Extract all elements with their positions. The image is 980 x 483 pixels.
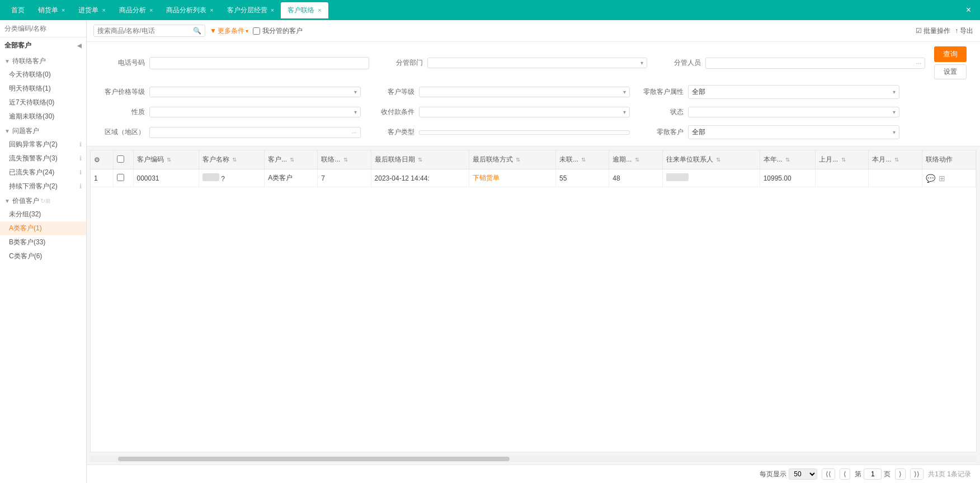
table-row: 1 000031 ? A类客户 7 2023-04-12 14:44: [91, 169, 976, 187]
sidebar-item-7days[interactable]: 近7天待联络(0) [0, 96, 86, 110]
cust-type-select[interactable] [419, 130, 630, 135]
th-last-month[interactable]: 上月... ⇅ [816, 150, 869, 169]
qrcode-icon[interactable]: ⊞ [939, 174, 945, 183]
sidebar-group-value[interactable]: ▼ 价值客户 ↻ ⊞ [0, 193, 86, 207]
export-button[interactable]: ↑ 导出 [955, 26, 973, 36]
my-customer-filter: 我分管的客户 [253, 26, 303, 36]
page-label: 第 [855, 470, 861, 479]
last-method-link[interactable]: 下销货单 [473, 174, 500, 182]
info-icon-2: ℹ [79, 155, 82, 162]
batch-op-icon: ☑ [916, 27, 922, 35]
th-last-date[interactable]: 最后联络日期 ⇅ [371, 150, 469, 169]
message-icon[interactable]: 💬 [926, 174, 935, 183]
phone-input[interactable] [149, 57, 369, 69]
setting-button[interactable]: 设置 [934, 64, 967, 79]
sort-icon-this-month: ⇅ [894, 157, 899, 163]
th-overdue[interactable]: 逾期... ⇅ [609, 150, 662, 169]
close-all-button[interactable]: × [962, 3, 976, 17]
sidebar-item-declining[interactable]: 持续下滑客户(2) ℹ [0, 179, 86, 193]
sidebar-item-churned[interactable]: 已流失客户(24) ℹ [0, 165, 86, 179]
th-checkbox[interactable] [113, 150, 133, 169]
sidebar-all-customers-header[interactable]: 全部客户 ◀ [0, 37, 86, 54]
sidebar-item-tomorrow[interactable]: 明天待联络(1) [0, 82, 86, 96]
row-checkbox[interactable] [117, 174, 124, 181]
nav-tab-customer-tier[interactable]: 客户分层经营 × [220, 2, 281, 18]
my-customer-checkbox[interactable] [253, 27, 260, 35]
nav-tab-sales-close[interactable]: × [62, 7, 65, 13]
nav-tab-product-analysis[interactable]: 商品分析 × [112, 2, 159, 18]
status-select[interactable]: ▾ [688, 107, 899, 117]
nav-tab-customer-contact-close[interactable]: × [318, 7, 321, 13]
retail-attr-select[interactable]: 全部 ▾ [688, 85, 899, 99]
th-cust-type[interactable]: 客户... ⇅ [265, 150, 318, 169]
value-group-refresh[interactable]: ↻ [40, 197, 45, 205]
sidebar-item-class-c[interactable]: C类客户(6) [0, 249, 86, 263]
sidebar-search-input[interactable] [4, 25, 87, 32]
th-this-month[interactable]: 本月... ⇅ [869, 150, 922, 169]
nav-tab-product-analysis-close[interactable]: × [149, 7, 153, 13]
sidebar-item-today[interactable]: 今天待联络(0) [0, 68, 86, 82]
batch-op-label: 批量操作 [924, 26, 950, 36]
per-page-select[interactable]: 50 100 200 [789, 468, 817, 480]
page-suffix: 页 [884, 470, 891, 479]
nav-tab-product-list[interactable]: 商品分析列表 × [159, 2, 220, 18]
sidebar-item-class-b[interactable]: B类客户(33) [0, 235, 86, 249]
nav-tab-product-list-close[interactable]: × [210, 7, 213, 13]
cell-last-method[interactable]: 下销货单 [469, 169, 555, 187]
sidebar-item-repurchase[interactable]: 回购异常客户(2) ℹ [0, 138, 86, 151]
th-name[interactable]: 客户名称 ⇅ [199, 150, 264, 169]
sidebar-item-overdue[interactable]: 逾期未联络(30) [0, 110, 86, 124]
nav-tab-purchase-close[interactable]: × [102, 7, 105, 13]
filter-search-icon[interactable]: 🔍 [193, 27, 201, 35]
query-button[interactable]: 查询 [934, 46, 967, 62]
filter-search-input[interactable] [97, 27, 191, 35]
th-not-contacted[interactable]: 未联... ⇅ [556, 150, 609, 169]
cell-checkbox[interactable] [113, 169, 133, 187]
cell-unit-contact [662, 169, 760, 187]
sidebar-item-ungrouped[interactable]: 未分组(32) [0, 207, 86, 221]
info-icon-1: ℹ [79, 141, 82, 148]
sidebar-item-class-a[interactable]: A类客户(1) [0, 221, 86, 235]
first-page-button[interactable]: ⟨⟨ [822, 468, 835, 480]
next-page-button[interactable]: ⟩ [895, 468, 906, 480]
dept-select[interactable]: ▾ [427, 58, 647, 68]
nature-select[interactable]: ▾ [149, 107, 361, 117]
dept-label: 分管部门 [378, 58, 423, 68]
nav-tab-sales[interactable]: 销货单 × [31, 2, 72, 18]
table-settings-icon[interactable]: ⚙ [94, 156, 100, 164]
more-filter-arrow: ▾ [246, 28, 248, 34]
region-select[interactable]: ··· [149, 127, 361, 138]
th-contact-count[interactable]: 联络... ⇅ [318, 150, 371, 169]
cell-code: 000031 [133, 169, 199, 187]
cust-level-select[interactable]: ▾ [419, 87, 630, 97]
payment-select[interactable]: ▾ [419, 107, 630, 117]
price-level-select[interactable]: ▾ [149, 87, 361, 97]
th-settings[interactable]: ⚙ [91, 150, 113, 169]
value-group-settings[interactable]: ⊞ [45, 197, 50, 205]
th-code[interactable]: 客户编码 ⇅ [133, 150, 199, 169]
problem-arrow: ▼ [4, 128, 10, 134]
th-unit-contact[interactable]: 往来单位联系人 ⇅ [662, 150, 760, 169]
th-last-method[interactable]: 最后联络方式 ⇅ [469, 150, 555, 169]
nav-tab-customer-contact[interactable]: 客户联络 × [281, 2, 328, 18]
nav-tab-purchase[interactable]: 进货单 × [72, 2, 112, 18]
select-all-checkbox[interactable] [117, 155, 124, 163]
nav-tab-customer-tier-close[interactable]: × [271, 7, 274, 13]
page-number-input[interactable] [864, 468, 882, 480]
prev-page-button[interactable]: ⟨ [840, 468, 850, 480]
sidebar-group-problem[interactable]: ▼ 问题客户 [0, 124, 86, 138]
filter-person: 分管人员 ··· [652, 55, 930, 71]
nav-tab-home[interactable]: 首页 [4, 2, 31, 18]
sidebar-item-churn-warning[interactable]: 流失预警客户(3) ℹ [0, 151, 86, 165]
retail-cust-select[interactable]: 全部 ▾ [688, 125, 899, 139]
horizontal-scrollbar[interactable] [90, 456, 977, 462]
value-arrow: ▼ [4, 198, 10, 204]
last-page-button[interactable]: ⟩⟩ [910, 468, 924, 480]
more-filter-button[interactable]: ▼ 更多条件 ▾ [210, 26, 248, 36]
sidebar: 🔍 全部客户 ◀ ▼ 待联络客户 今天待联络(0) 明天待联络(1) 近7天待联… [0, 20, 87, 483]
sidebar-group-pending[interactable]: ▼ 待联络客户 [0, 54, 86, 68]
batch-op-button[interactable]: ☑ 批量操作 [916, 26, 950, 36]
th-this-year[interactable]: 本年... ⇅ [760, 150, 816, 169]
scrollbar-thumb[interactable] [118, 457, 510, 461]
person-select[interactable]: ··· [705, 58, 925, 69]
